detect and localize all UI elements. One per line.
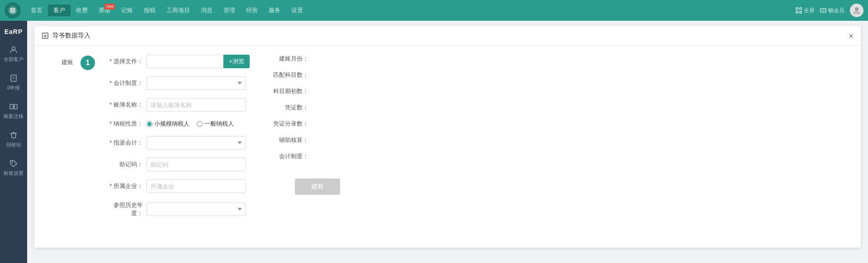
reference-year-label: 参照历史年度： xyxy=(102,201,143,217)
svg-point-11 xyxy=(12,162,13,163)
svg-point-7 xyxy=(12,47,15,50)
file-input-group: +浏览 xyxy=(147,55,250,68)
match-subjects-row: 匹配科目数： xyxy=(268,71,367,79)
svg-rect-3 xyxy=(796,11,798,13)
company-input[interactable] xyxy=(147,179,246,193)
small-tax-option[interactable]: 小规模纳税人 xyxy=(147,120,190,128)
accounting-system-select[interactable] xyxy=(147,76,246,90)
memo-code-row: 助记码： xyxy=(102,158,250,171)
step-circle: 1 xyxy=(81,56,95,70)
member-btn[interactable]: 畅会员 xyxy=(820,7,844,14)
select-file-label: * 选择文件： xyxy=(102,57,143,66)
select-file-input[interactable] xyxy=(147,55,223,68)
info-section: 建账月份： 匹配科目数： 科目期初数： 凭证数： xyxy=(268,55,367,225)
match-subjects-label: 匹配科目数： xyxy=(268,71,308,79)
assign-accountant-label: * 指派会计： xyxy=(102,139,143,147)
period-init-row: 科目期初数： xyxy=(268,87,367,95)
step-label: 建账 xyxy=(62,58,73,66)
sidebar-item-zero-declare[interactable]: 0申报 xyxy=(0,69,27,96)
dialog-title: 导爷数据导入 xyxy=(52,32,90,40)
svg-rect-8 xyxy=(11,75,16,81)
sidebar-item-all-customers[interactable]: 全部客户 xyxy=(0,41,27,67)
browse-button[interactable]: +浏览 xyxy=(223,55,250,68)
account-month-label: 建账月份： xyxy=(268,55,308,63)
voucher-records-label: 凭证分录数： xyxy=(268,120,308,128)
nav-admin[interactable]: 管理 xyxy=(218,5,241,16)
reference-year-row: 参照历史年度： xyxy=(102,201,250,217)
ledger-name-row: * 账簿名称： xyxy=(102,98,250,112)
account-month-row: 建账月份： xyxy=(268,55,367,63)
period-init-label: 科目期初数： xyxy=(268,87,308,95)
nav-invoice[interactable]: 票据 new xyxy=(93,5,116,16)
vouchers-label: 凭证数： xyxy=(268,103,308,112)
assign-accountant-row: * 指派会计： xyxy=(102,136,250,150)
tax-type-row: * 纳税性质： 小规模纳税人 一般纳税人 xyxy=(102,120,250,128)
ledger-name-label: * 账簿名称： xyxy=(102,101,143,109)
svg-rect-10 xyxy=(14,104,17,109)
aux-accounting-label: 辅助核算： xyxy=(268,136,308,144)
nav-service[interactable]: 服务 xyxy=(263,5,286,16)
import-icon xyxy=(42,32,49,39)
aux-accounting-row: 辅助核算： xyxy=(268,136,367,144)
reference-year-select[interactable] xyxy=(147,202,246,216)
general-tax-option[interactable]: 一般纳税人 xyxy=(197,120,234,128)
fullscreen-btn[interactable]: 全屏 xyxy=(796,7,815,14)
sidebar-logo: EaRP xyxy=(5,24,23,39)
general-tax-radio[interactable] xyxy=(197,121,203,127)
company-label: * 所属企业： xyxy=(102,182,143,190)
nav-tax[interactable]: 报税 xyxy=(138,5,161,16)
nav-operation[interactable]: 经营 xyxy=(241,5,263,16)
svg-rect-2 xyxy=(800,8,802,9)
top-nav: 首页 客户 收费 票据 new 记账 报税 工商项目 消息 管理 经营 服务 设… xyxy=(0,0,868,21)
accounting-system-row: * 会计制度： xyxy=(102,76,250,90)
nav-bookkeeping[interactable]: 记账 xyxy=(116,5,138,16)
select-file-row: * 选择文件： +浏览 xyxy=(102,55,250,68)
main-content: 导爷数据导入 × 建账 1 xyxy=(27,21,868,263)
memo-code-input[interactable] xyxy=(147,158,246,171)
info-accounting-system-label: 会计制度： xyxy=(268,152,308,160)
ledger-name-input[interactable] xyxy=(147,98,246,112)
new-badge: new xyxy=(104,4,115,9)
info-accounting-system-row: 会计制度： xyxy=(268,152,367,160)
accounting-system-label: * 会计制度： xyxy=(102,79,143,87)
small-tax-radio[interactable] xyxy=(147,121,152,127)
sidebar-item-account-migrate[interactable]: 账套迁移 xyxy=(0,98,27,124)
nav-items: 首页 客户 收费 票据 new 记账 报税 工商项目 消息 管理 经营 服务 设… xyxy=(25,5,796,16)
dialog-body: 建账 1 * 选择文件： +浏览 xyxy=(34,46,861,235)
build-account-button[interactable]: 建账 xyxy=(295,178,340,195)
tax-type-label: * 纳税性质： xyxy=(102,120,143,128)
sidebar-item-trash[interactable]: 回收站 xyxy=(0,126,27,153)
nav-charge[interactable]: 收费 xyxy=(71,5,93,16)
nav-right: 全屏 畅会员 xyxy=(796,4,863,17)
avatar[interactable] xyxy=(850,4,863,17)
dialog-header: 导爷数据导入 xyxy=(34,26,861,46)
nav-customer[interactable]: 客户 xyxy=(48,5,71,16)
sidebar-item-tag-settings[interactable]: 标签设置 xyxy=(0,155,27,181)
dialog: 导爷数据导入 × 建账 1 xyxy=(34,26,861,248)
voucher-records-row: 凭证分录数： xyxy=(268,120,367,128)
layout: EaRP 全部客户 0申报 账套迁移 回收站 标签设置 xyxy=(0,21,868,263)
assign-accountant-select[interactable] xyxy=(147,136,246,150)
memo-code-label: 助记码： xyxy=(102,160,143,169)
svg-rect-1 xyxy=(796,8,798,9)
nav-business[interactable]: 工商项目 xyxy=(161,5,195,16)
sidebar: EaRP 全部客户 0申报 账套迁移 回收站 标签设置 xyxy=(0,21,27,263)
company-row: * 所属企业： xyxy=(102,179,250,193)
nav-home[interactable]: 首页 xyxy=(25,5,48,16)
dialog-close-button[interactable]: × xyxy=(849,32,854,41)
svg-rect-4 xyxy=(800,11,802,13)
nav-settings[interactable]: 设置 xyxy=(286,5,308,16)
nav-logo xyxy=(5,2,21,19)
form-section: * 选择文件： +浏览 * 会计制度： xyxy=(102,55,250,225)
svg-rect-9 xyxy=(10,104,13,109)
nav-message[interactable]: 消息 xyxy=(195,5,218,16)
tax-type-radio-group: 小规模纳税人 一般纳税人 xyxy=(147,120,234,128)
vouchers-row: 凭证数： xyxy=(268,103,367,112)
svg-point-6 xyxy=(855,7,859,11)
